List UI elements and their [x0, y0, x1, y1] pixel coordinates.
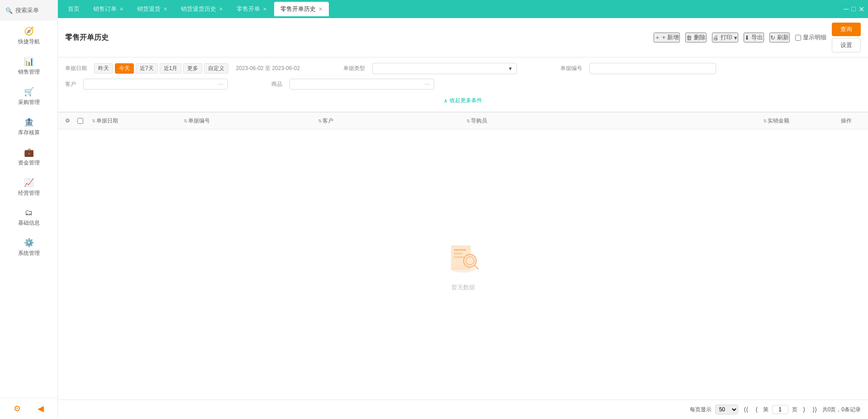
print-dropdown-icon: ▾ [734, 34, 737, 41]
sidebar-item-sales-mgmt[interactable]: 📊 销售管理 [0, 51, 57, 81]
refresh-label: 刷新 [777, 33, 789, 42]
delete-icon: 🗑 [686, 34, 692, 41]
pagination: 每页显示 50 20 100 ⟨⟨ ⟨ 第 页 ⟩ ⟩⟩ 共0页，0条记录 [58, 400, 868, 419]
th-customer[interactable]: ⇅ 客户 [314, 117, 463, 125]
th-customer-sort-icon: ⇅ [318, 118, 322, 123]
page-suffix: 页 [792, 406, 797, 414]
page-next-btn[interactable]: ⟩ [801, 406, 807, 413]
th-gear[interactable]: ⚙ [62, 118, 74, 124]
tab-retail-open-label: 零售开单 [237, 5, 260, 13]
collapse-label: 收起更多条件 [450, 97, 482, 104]
setting-button[interactable]: 设置 [832, 38, 861, 52]
refresh-button[interactable]: ↻ 刷新 [769, 33, 790, 42]
type-filter-select[interactable]: ▾ [372, 63, 517, 74]
th-action: 操作 [837, 117, 864, 125]
tab-sales-order[interactable]: 销售订单 ✕ [87, 2, 130, 16]
tab-sales-return[interactable]: 销货退货 ✕ [131, 2, 174, 16]
query-setting-group: 查询 设置 [832, 23, 861, 52]
num-filter-input[interactable] [589, 63, 716, 74]
sidebar-search-label: 搜索采单 [15, 6, 39, 14]
type-filter-label: 单据类型 [343, 65, 365, 72]
sidebar-item-label: 资金管理 [18, 159, 40, 167]
tab-sales-order-close[interactable]: ✕ [119, 6, 123, 12]
sidebar-search[interactable]: 🔍 搜索采单 [0, 0, 57, 21]
print-icon: 🖨 [713, 34, 719, 41]
page-prev-btn[interactable]: ⟨ [754, 406, 759, 413]
empty-illustration [443, 237, 484, 278]
sidebar-item-system[interactable]: ⚙️ 系统管理 [0, 232, 57, 263]
tab-home[interactable]: 首页 [62, 2, 86, 16]
sidebar-item-basic-info[interactable]: 🗂 基础信息 [0, 202, 57, 232]
sidebar: 🔍 搜索采单 🧭 快捷导航 📊 销售管理 🛒 采购管理 🏦 库存核算 💼 资金管… [0, 0, 58, 419]
th-guide[interactable]: ⇅ 导购员 [463, 117, 541, 125]
type-filter-dropdown-icon: ▾ [509, 65, 512, 72]
filter-row-1: 单据日期 昨天 今天 近7天 近1月 更多 自定义 2023-06-02 至 2… [65, 63, 861, 74]
sidebar-item-inventory[interactable]: 🏦 库存核算 [0, 112, 57, 142]
content-area: 零售开单历史 ＋ + 新增 🗑 删除 🖨 打印 ▾ ⬇ 导出 [58, 18, 868, 419]
date-btn-last-month[interactable]: 近1月 [160, 63, 182, 74]
per-page-label: 每页显示 [690, 406, 711, 414]
show-detail-checkbox[interactable] [795, 35, 801, 41]
tab-sales-return-history[interactable]: 销货退货历史 ✕ [175, 2, 229, 16]
sidebar-item-finance[interactable]: 💼 资金管理 [0, 142, 57, 172]
svg-rect-2 [454, 249, 466, 251]
query-button[interactable]: 查询 [832, 23, 861, 36]
th-date[interactable]: ⇅ 单据日期 [88, 117, 180, 125]
sidebar-item-label: 基础信息 [18, 219, 40, 227]
search-icon: 🔍 [5, 7, 13, 14]
tab-home-label: 首页 [68, 5, 80, 13]
date-btn-yesterday[interactable]: 昨天 [94, 63, 113, 74]
th-num[interactable]: ⇅ 单据编号 [180, 117, 314, 125]
th-amount-sort-icon: ⇅ [763, 118, 767, 123]
sidebar-item-operations[interactable]: 📈 经营管理 [0, 172, 57, 202]
toolbar: 零售开单历史 ＋ + 新增 🗑 删除 🖨 打印 ▾ ⬇ 导出 [58, 18, 868, 57]
refresh-icon: ↻ [770, 34, 775, 41]
page-number-input[interactable] [772, 405, 788, 414]
settings-bottom-icon[interactable]: ⚙ [14, 404, 21, 414]
date-btn-custom[interactable]: 自定义 [204, 63, 228, 74]
empty-text: 暂无数据 [451, 283, 475, 292]
sidebar-item-quick-nav[interactable]: 🧭 快捷导航 [0, 21, 57, 51]
per-page-select[interactable]: 50 20 100 [715, 405, 738, 414]
tab-bar-close-icon[interactable]: ✕ [859, 5, 864, 14]
add-icon: ＋ [655, 33, 660, 42]
export-label: 导出 [751, 33, 763, 42]
page-first-btn[interactable]: ⟨⟨ [742, 406, 750, 413]
filter-row-2: 客户 ··· 商品 ··· [65, 79, 861, 89]
date-btn-more[interactable]: 更多 [183, 63, 202, 74]
tab-bar-maximize-icon[interactable]: □ [851, 5, 856, 13]
tab-retail-open-history[interactable]: 零售开单历史 ✕ [274, 2, 329, 16]
sidebar-item-purchase-mgmt[interactable]: 🛒 采购管理 [0, 81, 57, 112]
tab-retail-open[interactable]: 零售开单 ✕ [230, 2, 273, 16]
customer-filter-input[interactable]: ··· [83, 79, 228, 89]
add-button[interactable]: ＋ + 新增 [654, 33, 680, 42]
date-btn-today[interactable]: 今天 [115, 63, 134, 74]
tab-retail-open-close[interactable]: ✕ [263, 6, 267, 12]
date-btn-last7[interactable]: 近7天 [136, 63, 158, 74]
empty-state: 暂无数据 [58, 129, 868, 400]
select-all-checkbox[interactable] [77, 118, 83, 124]
tab-sales-return-close[interactable]: ✕ [163, 6, 167, 12]
th-action-label: 操作 [841, 117, 852, 125]
sidebar-item-label: 经营管理 [18, 189, 40, 197]
delete-button[interactable]: 🗑 删除 [685, 33, 707, 42]
sidebar-item-label: 快捷导航 [18, 38, 40, 46]
total-text: 共0页，0条记录 [822, 406, 861, 414]
collapse-sidebar-icon[interactable]: ◀ [38, 404, 44, 414]
show-detail-checkbox-label[interactable]: 显示明细 [795, 33, 826, 42]
export-button[interactable]: ⬇ 导出 [744, 33, 764, 42]
tab-sales-return-history-close[interactable]: ✕ [219, 6, 223, 12]
customer-filter-label: 客户 [65, 80, 76, 88]
goods-filter-input[interactable]: ··· [289, 79, 434, 89]
th-amount-label: 实销金额 [768, 117, 789, 125]
tab-retail-open-history-close[interactable]: ✕ [318, 6, 323, 12]
print-button[interactable]: 🖨 打印 ▾ [712, 33, 738, 42]
goods-dots: ··· [425, 81, 429, 87]
main-area: 首页 销售订单 ✕ 销货退货 ✕ 销货退货历史 ✕ 零售开单 ✕ 零售开单历史 … [58, 0, 868, 419]
tab-bar-minimize-icon[interactable]: ─ [844, 5, 849, 13]
sales-icon: 📊 [24, 56, 34, 66]
th-checkbox[interactable] [74, 118, 88, 124]
th-amount[interactable]: ⇅ 实销金额 [759, 117, 837, 125]
page-last-btn[interactable]: ⟩⟩ [811, 406, 819, 413]
collapse-button[interactable]: ∧ 收起更多条件 [444, 95, 482, 106]
